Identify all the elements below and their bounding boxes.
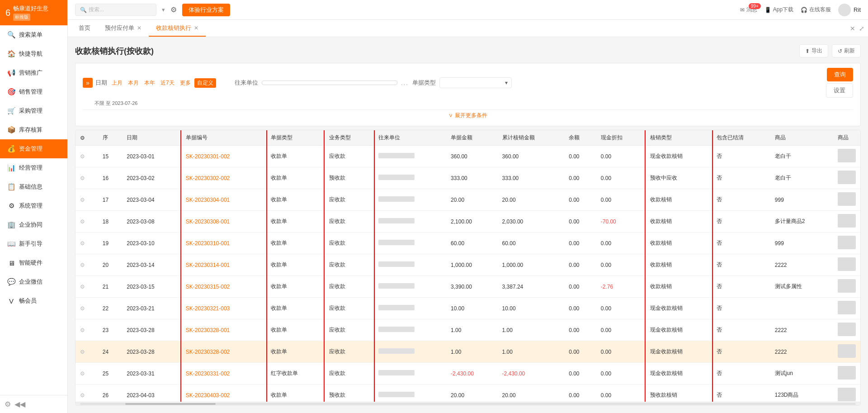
sidebar-item-purchase[interactable]: 🛒 采购管理 (0, 101, 67, 120)
tab-collection[interactable]: 收款核销执行 ✕ (149, 20, 206, 37)
app-download-button[interactable]: 📱 App下载 (764, 6, 793, 14)
td-amount: 1.00 (446, 341, 497, 363)
td-amount: -2,430.00 (446, 363, 497, 385)
query-button[interactable]: 查询 (827, 68, 853, 81)
tab-home[interactable]: 首页 (71, 20, 98, 37)
export-button[interactable]: ⬆ 导出 (799, 44, 828, 57)
td-gear[interactable]: ⚙ (75, 363, 98, 385)
sidebar-item-inventory[interactable]: 📦 库存核算 (0, 120, 67, 139)
th-include-cleared: 包含已结清 (712, 130, 770, 146)
expand-filters-button[interactable]: ∨ 展开更多条件 (83, 109, 853, 121)
search-icon: 🔍 (80, 7, 87, 13)
td-gear[interactable]: ⚙ (75, 298, 98, 319)
topbar-search[interactable]: 🔍 搜索... (75, 4, 156, 16)
partner-input[interactable] (262, 81, 397, 85)
sidebar-menu: 🔍 搜索菜单 🏠 快捷导航 📢 营销推广 🎯 销售管理 🛒 采购管理 📦 库存核… (0, 25, 67, 395)
td-gear[interactable]: ⚙ (75, 146, 98, 167)
refresh-button[interactable]: ↺ 刷新 (832, 44, 861, 57)
date-this-year-button[interactable]: 本年 (142, 78, 157, 88)
sidebar-item-basic[interactable]: 📋 基础信息 (0, 177, 67, 196)
sidebar-item-quick[interactable]: 🏠 快捷导航 (0, 44, 67, 63)
voucher-no-link[interactable]: SK-20230328-001 (186, 327, 230, 333)
online-service-button[interactable]: 🎧 在线客服 (801, 6, 831, 14)
date-more-button[interactable]: 更多 (178, 78, 193, 88)
voucher-no-link[interactable]: SK-20230302-002 (186, 175, 230, 181)
th-cash-discount: 现金折扣 (596, 130, 646, 146)
tab-close-icon[interactable]: ✕ (137, 25, 142, 31)
td-gear[interactable]: ⚙ (75, 319, 98, 341)
td-gear[interactable]: ⚙ (75, 341, 98, 363)
topbar-gear-icon[interactable]: ⚙ (170, 5, 177, 14)
voucher-type-select[interactable]: ▾ (439, 77, 512, 88)
td-gear[interactable]: ⚙ (75, 276, 98, 298)
th-biz-type: 业务类型 (325, 130, 374, 146)
td-biz-type: 应收款 (325, 319, 374, 341)
more-filters-dots[interactable]: ... (401, 80, 409, 86)
table-row: ⚙ 20 2023-03-14 SK-20230314-001 收款单 应收款 … (75, 254, 860, 276)
dropdown-arrow-icon[interactable]: ▾ (162, 6, 165, 13)
voucher-no-link[interactable]: SK-20230310-001 (186, 240, 230, 247)
horizontal-scrollbar[interactable] (75, 402, 860, 405)
user-area[interactable]: Rit (838, 4, 861, 16)
date-custom-button[interactable]: 自定义 (194, 78, 216, 88)
th-amount: 单据金额 (446, 130, 497, 146)
sidebar-item-hardware[interactable]: 🖥 智能硬件 (0, 253, 67, 272)
collapse-icon[interactable]: ◀◀ (14, 400, 25, 408)
td-include-cleared: 否 (712, 254, 770, 276)
td-gear[interactable]: ⚙ (75, 211, 98, 233)
close-window-icon[interactable]: ✕ (850, 25, 855, 32)
td-gear[interactable]: ⚙ (75, 189, 98, 211)
voucher-no-link[interactable]: SK-20230315-002 (186, 284, 230, 290)
td-gear[interactable]: ⚙ (75, 385, 98, 402)
th-write-off-type: 核销类型 (646, 130, 712, 146)
solution-button[interactable]: 体验行业方案 (182, 4, 230, 16)
maximize-window-icon[interactable]: ⤢ (859, 25, 864, 32)
date-range-display: 不限 至 2023-07-26 (83, 100, 853, 107)
message-button[interactable]: ✉ 消息 99+ (740, 6, 757, 14)
sidebar-item-guide[interactable]: 📖 新手引导 (0, 234, 67, 253)
settings-gear-icon[interactable]: ⚙ (5, 400, 11, 408)
sidebar-item-marketing[interactable]: 📢 营销推广 (0, 63, 67, 82)
voucher-no-link[interactable]: SK-20230301-002 (186, 153, 230, 160)
voucher-no-link[interactable]: SK-20230314-001 (186, 262, 230, 268)
sidebar-item-operation[interactable]: 📊 经营管理 (0, 158, 67, 177)
tab-label: 预付应付单 (105, 24, 134, 32)
voucher-no-link[interactable]: SK-20230304-001 (186, 197, 230, 203)
scroll-thumb[interactable] (125, 403, 216, 405)
tab-close-icon[interactable]: ✕ (194, 25, 198, 31)
td-amount: 60.00 (446, 233, 497, 254)
tab-prepay[interactable]: 预付应付单 ✕ (98, 20, 149, 37)
partner-filter: 往来单位 ... 单据类型 ▾ (235, 77, 819, 88)
date-7days-button[interactable]: 近7天 (159, 78, 176, 88)
td-no: 15 (98, 146, 123, 167)
td-gear[interactable]: ⚙ (75, 254, 98, 276)
td-no: 16 (98, 167, 123, 189)
sidebar-item-wechat[interactable]: 💬 企业微信 (0, 272, 67, 291)
voucher-no-link[interactable]: SK-20230308-001 (186, 218, 230, 225)
table-scroll-area[interactable]: ⚙ 序 日期 单据编号 单据类型 业务类型 (75, 130, 860, 402)
td-balance: 0.00 (564, 319, 596, 341)
th-gear[interactable]: ⚙ (75, 130, 98, 146)
td-goods2 (833, 319, 860, 341)
td-gear[interactable]: ⚙ (75, 167, 98, 189)
sidebar-item-search[interactable]: 🔍 搜索菜单 (0, 25, 67, 44)
voucher-no-link[interactable]: SK-20230331-002 (186, 370, 230, 377)
date-this-month-button[interactable]: 本月 (126, 78, 141, 88)
td-goods: 123D商品 (770, 385, 833, 402)
td-voucher-no: SK-20230331-002 (181, 363, 266, 385)
date-last-month-button[interactable]: 上月 (110, 78, 124, 88)
sidebar-item-corp[interactable]: 🏢 企业协同 (0, 215, 67, 234)
sidebar-item-finance[interactable]: 💰 资金管理 (0, 139, 67, 158)
filter-collapse-button[interactable]: » (83, 78, 93, 88)
setting-button[interactable]: 设置 (826, 83, 853, 98)
td-write-off: 20.00 (498, 189, 565, 211)
sidebar-item-member[interactable]: V 畅会员 (0, 291, 67, 310)
voucher-no-link[interactable]: SK-20230403-002 (186, 392, 230, 399)
voucher-no-link[interactable]: SK-20230328-002 (186, 349, 230, 355)
sidebar-item-sales[interactable]: 🎯 销售管理 (0, 82, 67, 101)
sidebar-item-system[interactable]: ⚙ 系统管理 (0, 196, 67, 215)
td-cash-discount: 0.00 (596, 385, 646, 402)
td-biz-type: 应收款 (325, 189, 374, 211)
td-gear[interactable]: ⚙ (75, 233, 98, 254)
voucher-no-link[interactable]: SK-20230321-003 (186, 305, 230, 312)
